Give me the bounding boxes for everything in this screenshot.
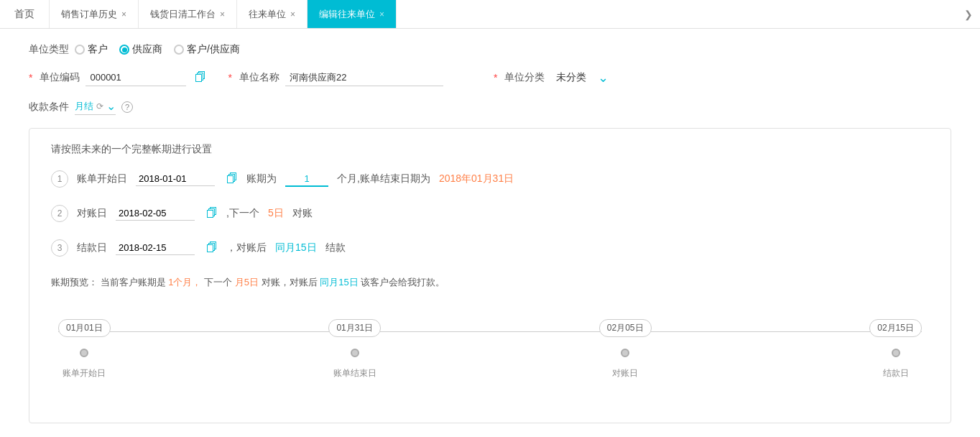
category-dropdown-arrow[interactable]: ⌄: [598, 70, 609, 86]
preview-highlight1: 1个月，: [168, 277, 201, 288]
tab-partner-unit[interactable]: 往来单位 ×: [237, 0, 308, 28]
tab-edit-partner[interactable]: 编辑往来单位 ×: [308, 0, 397, 28]
tab-home[interactable]: 首页: [0, 0, 50, 28]
preview-text: 账期预览： 当前客户账期是 1个月， 下一个 月5日 对账，对账后 同月15日 …: [51, 274, 929, 290]
unit-category-value: 未分类: [556, 71, 586, 84]
preview-highlight2: 月5日: [235, 277, 259, 288]
tl-badge-1: 01月31日: [328, 319, 381, 337]
step-row-1: 1 账单开始日 🗍 账期为 个月,账单结束日期为 2018年01月31日: [51, 170, 929, 188]
payment-terms-dropdown-icon: ⌄: [106, 99, 116, 113]
tl-badge-2: 02月05日: [599, 319, 652, 337]
tl-label-1: 账单结束日: [333, 367, 376, 380]
tl-dot-1: [351, 349, 359, 357]
unit-category-label: 单位分类: [504, 71, 545, 84]
payment-terms-value: 月结: [75, 100, 93, 113]
tl-badge-0: 01月01日: [58, 319, 111, 337]
tl-label-0: 账单开始日: [63, 367, 106, 380]
tab-sales-history[interactable]: 销售订单历史 ×: [50, 0, 139, 28]
radio-customer[interactable]: 客户: [75, 43, 108, 56]
step-suffix-post-3: 结款: [325, 242, 346, 254]
step-date-1[interactable]: [136, 172, 215, 186]
payment-terms-arrow: ⟳: [96, 101, 103, 111]
cal-icon-1[interactable]: 🗍: [226, 172, 238, 185]
step-suffix-post-2: 对账: [292, 207, 313, 220]
payment-terms-row: 收款条件 月结 ⟳ ⌄ ?: [29, 99, 951, 115]
cal-icon-2[interactable]: 🗍: [206, 207, 218, 220]
step-suffix-hl-2: 5日: [268, 207, 284, 220]
step-label-1: 账单开始日: [77, 172, 127, 185]
period-end-date-1: 2018年01月31日: [439, 172, 514, 185]
payment-terms-item: 收款条件 月结 ⟳ ⌄ ?: [29, 99, 133, 115]
step-row-2: 2 对账日 🗍 ,下一个 5日 对账: [51, 205, 929, 222]
unit-category-item: * 单位分类 未分类 ⌄: [494, 70, 609, 86]
tab-cash-work[interactable]: 钱货日清工作台 ×: [139, 0, 237, 28]
preview-pre: 当前客户账期是: [101, 277, 166, 288]
step-row-3: 3 结款日 🗍 ，对账后 同月15日 结款: [51, 239, 929, 257]
main-content: 单位类型 客户 供应商 客户/供应商 * 单位编码: [0, 29, 980, 437]
preview-mid1: 下一个: [204, 277, 232, 288]
radio-circle-supplier: [119, 45, 129, 55]
step-suffix-hl-3: 同月15日: [275, 242, 317, 254]
step-suffix-label-1: 账期为: [246, 172, 277, 185]
step-suffix-pre-3: ，对账后: [226, 242, 267, 254]
tl-dot-0: [80, 349, 88, 357]
unit-code-item: * 单位编码 🗍: [29, 69, 206, 86]
cal-icon-3[interactable]: 🗍: [206, 242, 218, 254]
unit-name-label: 单位名称: [239, 71, 279, 84]
preview-highlight3: 同月15日: [320, 277, 358, 288]
step-label-3: 结款日: [77, 242, 107, 254]
tl-node-2: 02月05日 对账日: [599, 319, 652, 380]
tl-node-1: 01月31日 账单结束日: [328, 319, 381, 380]
radio-circle-customer: [75, 45, 85, 55]
help-icon[interactable]: ?: [121, 101, 133, 113]
close-partner-unit[interactable]: ×: [290, 9, 295, 19]
step-label-2: 对账日: [77, 207, 107, 220]
timeline-nodes: 01月01日 账单开始日 01月31日 账单结束日 02月05日 对账日: [58, 319, 922, 380]
unit-info-row: * 单位编码 🗍 * 单位名称 * 单位分类 未分类 ⌄: [29, 69, 951, 86]
tl-node-0: 01月01日 账单开始日: [58, 319, 111, 380]
tab-more-button[interactable]: ❯: [957, 0, 980, 28]
unit-code-label: 单位编码: [40, 71, 80, 84]
timeline-wrapper: 01月01日 账单开始日 01月31日 账单结束日 02月05日 对账日: [51, 305, 929, 401]
unit-type-radio-group: 客户 供应商 客户/供应商: [75, 43, 240, 56]
unit-type-row: 单位类型 客户 供应商 客户/供应商: [29, 43, 951, 56]
step-period-unit-1: 个月,账单结束日期为: [337, 172, 430, 185]
step-num-3: 3: [51, 239, 68, 257]
tab-bar: 首页 销售订单历史 × 钱货日清工作台 × 往来单位 × 编辑往来单位 × ❯: [0, 0, 980, 29]
preview-section: 账期预览： 当前客户账期是 1个月， 下一个 月5日 对账，对账后 同月15日 …: [51, 274, 929, 401]
period-input-1[interactable]: [285, 172, 328, 187]
close-edit-partner[interactable]: ×: [379, 9, 384, 19]
step-date-3[interactable]: [116, 241, 195, 255]
payment-terms-label: 收款条件: [29, 101, 69, 114]
radio-circle-customer-supplier: [174, 45, 184, 55]
tl-node-3: 02月15日 结款日: [869, 319, 922, 380]
unit-code-input[interactable]: [85, 69, 186, 86]
radio-supplier[interactable]: 供应商: [119, 43, 162, 56]
setting-box: 请按照未来的一个完整帐期进行设置 1 账单开始日 🗍 账期为 个月,账单结束日期…: [29, 128, 951, 423]
setting-title: 请按照未来的一个完整帐期进行设置: [51, 143, 929, 156]
preview-label: 账期预览：: [51, 277, 98, 288]
step-num-2: 2: [51, 205, 68, 222]
preview-mid2: 对账，对账后: [262, 277, 318, 288]
unit-name-item: * 单位名称: [228, 69, 443, 86]
close-sales-history[interactable]: ×: [121, 9, 126, 19]
tl-dot-3: [892, 349, 900, 357]
tl-label-2: 对账日: [612, 367, 638, 380]
unit-code-icon[interactable]: 🗍: [195, 71, 206, 84]
payment-terms-dropdown[interactable]: 月结 ⟳ ⌄: [75, 99, 116, 115]
tl-label-3: 结款日: [883, 367, 909, 380]
preview-post: 该客户会给我打款。: [361, 277, 445, 288]
tl-dot-2: [621, 349, 629, 357]
radio-customer-supplier[interactable]: 客户/供应商: [174, 43, 240, 56]
unit-name-input[interactable]: [285, 69, 443, 86]
close-cash-work[interactable]: ×: [220, 9, 225, 19]
step-date-2[interactable]: [116, 206, 195, 221]
step-num-1: 1: [51, 170, 68, 188]
unit-type-item: 单位类型 客户 供应商 客户/供应商: [29, 43, 240, 56]
unit-type-label: 单位类型: [29, 43, 69, 56]
step-suffix-pre-2: ,下一个: [226, 207, 259, 220]
tl-badge-3: 02月15日: [869, 319, 922, 337]
